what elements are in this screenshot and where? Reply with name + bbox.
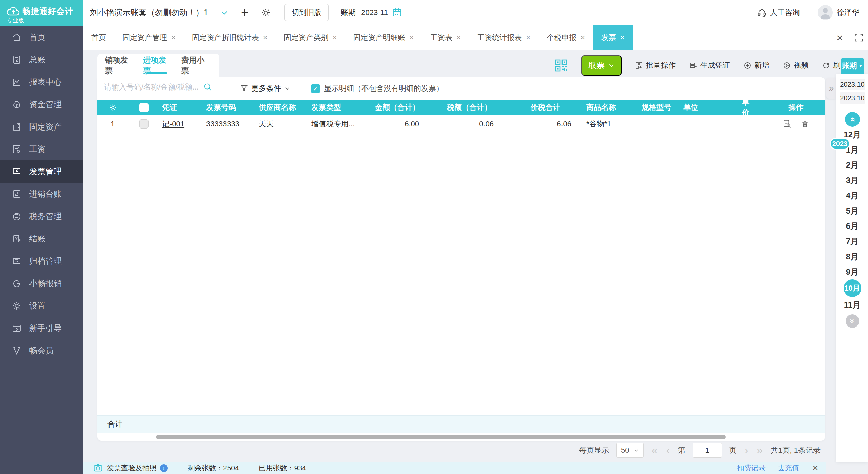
month-item[interactable]: 2月 xyxy=(836,157,868,173)
page-number-input[interactable] xyxy=(693,443,722,458)
header-unit-price[interactable]: 单价 xyxy=(742,100,767,115)
scroll-months-up-button[interactable]: » xyxy=(845,112,860,127)
close-tab-icon[interactable]: × xyxy=(580,33,585,42)
collapse-panel-button[interactable]: » xyxy=(826,78,836,99)
header-spec[interactable]: 规格型号 xyxy=(639,100,681,115)
avatar[interactable] xyxy=(818,5,833,20)
add-invoice-button[interactable]: 新增 xyxy=(744,60,769,71)
sidebar-item-member[interactable]: 畅会员 xyxy=(0,339,83,362)
sidebar-item-guide[interactable]: 新手引导 xyxy=(0,317,83,339)
header-voucher[interactable]: 凭证 xyxy=(160,100,204,115)
month-item[interactable]: 4月 xyxy=(836,188,868,203)
subtab-purchase-invoices[interactable]: 进项发票 xyxy=(143,54,171,77)
sidebar-item-salary[interactable]: 工资 xyxy=(0,138,83,160)
show-detail-checkbox-row[interactable]: ✓ 显示明细（不包含没有明细的发票） xyxy=(311,83,443,94)
header-invoice-type[interactable]: 发票类型 xyxy=(309,100,363,115)
month-item[interactable]: 3月 xyxy=(836,173,868,188)
tab-home[interactable]: 首页 xyxy=(83,25,114,50)
column-settings-button[interactable] xyxy=(97,100,128,115)
month-item[interactable]: 6月 xyxy=(836,218,868,234)
close-tab-icon[interactable]: × xyxy=(171,33,176,42)
more-conditions-button[interactable]: 更多条件 xyxy=(240,83,290,94)
next-page-button[interactable]: › xyxy=(744,445,749,455)
month-item[interactable]: 5月 xyxy=(836,203,868,218)
support-button[interactable]: 人工咨询 xyxy=(757,7,800,18)
tab-salary-report[interactable]: 工资统计报表 × xyxy=(469,25,538,50)
recharge-link[interactable]: 去充值 xyxy=(778,463,799,473)
close-tab-icon[interactable]: × xyxy=(410,33,414,42)
per-page-select[interactable]: 50 xyxy=(616,443,644,458)
sidebar-item-fixed-assets[interactable]: 固定资产 xyxy=(0,116,83,138)
settings-gear-button[interactable] xyxy=(261,7,271,18)
sidebar-item-report-center[interactable]: 报表中心 xyxy=(0,71,83,93)
tab-invoice[interactable]: 发票 × xyxy=(593,25,633,50)
header-tax[interactable]: 税额（合计） xyxy=(432,100,507,115)
fee-records-link[interactable]: 扣费记录 xyxy=(737,463,766,473)
tab-personal-tax[interactable]: 个税申报 × xyxy=(538,25,593,50)
sidebar-item-archive[interactable]: 归档管理 xyxy=(0,250,83,272)
get-invoice-button[interactable]: 取票 xyxy=(581,55,622,76)
subtab-expense-receipts[interactable]: 费用小票 xyxy=(181,54,209,77)
month-item[interactable]: 8月 xyxy=(836,249,868,264)
tab-salary-sheet[interactable]: 工资表 × xyxy=(422,25,469,50)
header-unit[interactable]: 单位 xyxy=(681,100,742,115)
fullscreen-button[interactable] xyxy=(849,25,868,50)
scrollbar-thumb[interactable] xyxy=(156,435,726,439)
tab-fixed-asset-mgmt[interactable]: 固定资产管理 × xyxy=(114,25,184,50)
tab-asset-detail-ledger[interactable]: 固定资产明细账 × xyxy=(345,25,422,50)
calendar-button[interactable] xyxy=(392,7,402,18)
show-detail-checkbox[interactable]: ✓ xyxy=(311,84,320,93)
make-voucher-button[interactable]: 生成凭证 xyxy=(689,60,730,71)
header-invoice-no[interactable]: 发票号码 xyxy=(204,100,257,115)
row-checkbox[interactable] xyxy=(139,119,149,129)
sidebar-item-funds[interactable]: 资金管理 xyxy=(0,93,83,116)
prev-page-button[interactable]: ‹ xyxy=(666,445,670,455)
add-account-set-button[interactable]: + xyxy=(241,6,249,19)
voucher-link[interactable]: 记-001 xyxy=(162,119,184,129)
scroll-months-down-button[interactable]: » xyxy=(846,314,859,328)
month-item[interactable]: 11月 xyxy=(836,297,868,312)
video-help-button[interactable]: 视频 xyxy=(783,60,809,71)
sidebar-item-tax[interactable]: 税务管理 xyxy=(0,205,83,228)
header-total[interactable]: 价税合计 xyxy=(507,100,584,115)
sidebar-item-reimburse[interactable]: 小畅报销 xyxy=(0,272,83,295)
first-page-button[interactable]: « xyxy=(651,445,658,455)
sidebar-item-closing[interactable]: 结账 xyxy=(0,228,83,250)
period-to[interactable]: 2023.10 xyxy=(840,92,865,104)
sidebar-item-home[interactable]: 首页 xyxy=(0,26,83,48)
header-supplier[interactable]: 供应商名称 xyxy=(257,100,309,115)
scan-qr-button[interactable] xyxy=(554,59,568,72)
month-item[interactable]: 7月 xyxy=(836,234,868,249)
close-tab-icon[interactable]: × xyxy=(263,33,268,42)
sidebar-item-settings[interactable]: 设置 xyxy=(0,295,83,317)
close-tab-icon[interactable]: × xyxy=(526,33,530,42)
search-input[interactable] xyxy=(104,83,203,92)
batch-actions-button[interactable]: 批量操作 xyxy=(635,60,676,71)
select-all-checkbox[interactable] xyxy=(139,103,149,112)
last-page-button[interactable]: » xyxy=(756,445,764,455)
close-all-tabs-button[interactable]: × xyxy=(830,25,849,50)
tab-asset-category[interactable]: 固定资产类别 × xyxy=(276,25,345,50)
sidebar-item-invoice[interactable]: 发票管理 xyxy=(0,160,83,183)
close-tab-icon[interactable]: × xyxy=(333,33,337,42)
close-tab-icon[interactable]: × xyxy=(456,33,461,42)
sidebar-item-general-ledger[interactable]: 总账 xyxy=(0,48,83,71)
period-value[interactable]: 2023-11 xyxy=(361,8,388,17)
month-item[interactable]: 9月 xyxy=(836,264,868,279)
period-panel-tab[interactable]: 账期 ▼ xyxy=(841,58,864,74)
header-product[interactable]: 商品名称 xyxy=(584,100,639,115)
view-detail-button[interactable] xyxy=(783,119,792,129)
close-bottom-bar-button[interactable]: × xyxy=(813,462,818,473)
table-row[interactable]: 1 记-001 33333333 天天 增值税专用... 6.00 0.06 6… xyxy=(97,115,825,133)
header-amount[interactable]: 金额（合计） xyxy=(363,100,432,115)
close-tab-icon[interactable]: × xyxy=(620,33,625,42)
switch-old-version-button[interactable]: 切到旧版 xyxy=(284,4,329,21)
account-set-selector[interactable]: 刘小艳演示账套（勿删勿动！）1 xyxy=(90,0,229,25)
info-icon[interactable]: ! xyxy=(160,464,168,472)
period-from[interactable]: 2023.10 xyxy=(840,79,865,90)
tab-depreciation-report[interactable]: 固定资产折旧统计表 × xyxy=(184,25,276,50)
sidebar-item-purchase-sales[interactable]: 进销台账 xyxy=(0,183,83,205)
subtab-sales-invoices[interactable]: 销项发票 xyxy=(105,54,133,77)
delete-button[interactable] xyxy=(801,120,809,129)
month-item-active[interactable]: 10月 xyxy=(844,279,861,297)
